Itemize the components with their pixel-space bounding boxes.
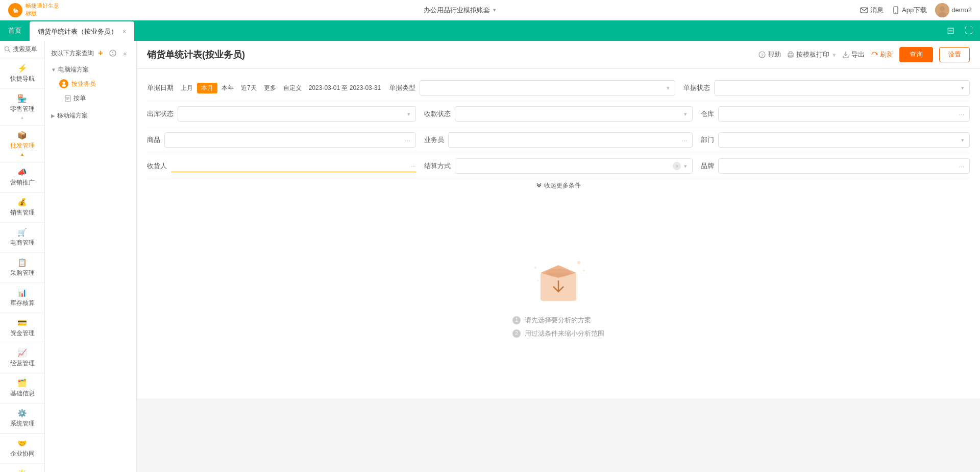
more-btn[interactable]: 更多 <box>261 83 279 93</box>
svg-text:?: ? <box>761 53 763 58</box>
export-icon <box>842 51 849 58</box>
payment-select[interactable]: × ▾ <box>455 158 693 174</box>
this-month-btn[interactable]: 本月 <box>197 83 217 93</box>
quick-nav-icon: ⚡ <box>17 63 28 73</box>
sidebar-item-wholesale[interactable]: 📦 批发管理 ▲ <box>0 126 44 162</box>
last-month-btn[interactable]: 上月 <box>178 83 196 93</box>
consignee-dots: ··· <box>411 162 416 170</box>
warehouse-input[interactable]: ··· <box>718 106 970 122</box>
sidebar-item-basic[interactable]: 🗂️ 基础信息 <box>0 373 44 404</box>
custom-btn[interactable]: 自定义 <box>280 83 305 93</box>
this-year-btn[interactable]: 本年 <box>218 83 237 93</box>
receipt-status-arrow-icon: ▾ <box>684 111 687 117</box>
consignee-text-input[interactable] <box>171 162 411 170</box>
tab-minimize-btn[interactable]: ⊟ <box>943 23 958 38</box>
sidebar-item-finance[interactable]: 💳 资金管理 <box>0 313 44 343</box>
empty-step-1: 1 请先选择要分析的方案 <box>512 314 604 327</box>
export-label: 导出 <box>851 50 865 59</box>
receipt-status-select[interactable]: ▾ <box>455 106 693 122</box>
collapse-label: 收起更多条件 <box>544 181 581 190</box>
sidebar-item-newbie[interactable]: 🌟 新手引导 <box>0 464 44 472</box>
date-label: 单据日期 <box>147 83 174 92</box>
brand-dots: ··· <box>959 162 964 170</box>
main-content: 销货单统计表(按业务员) ? 帮助 <box>137 41 980 472</box>
collapse-row: 收起更多条件 <box>147 178 970 194</box>
sidebar: 搜索菜单 ⚡ 快捷导航 🏪 零售管理 ▲ 📦 批发管理 ▲ 📣 营销推广 💰 销… <box>0 41 45 472</box>
app-download-action[interactable]: App下载 <box>892 6 927 15</box>
sidebar-operations-label: 经营管理 <box>10 359 35 368</box>
goods-input[interactable]: ··· <box>164 132 416 148</box>
edit-icon <box>109 50 116 57</box>
salesperson-input[interactable]: ··· <box>448 132 693 148</box>
sidebar-item-inventory[interactable]: 📊 库存核算 <box>0 283 44 313</box>
payment-clear-btn[interactable]: × <box>673 162 681 170</box>
tab-close-btn[interactable]: × <box>122 28 126 35</box>
message-label: 消息 <box>870 6 884 15</box>
sidebar-item-system[interactable]: ⚙️ 系统管理 <box>0 404 44 434</box>
sidebar-basic-label: 基础信息 <box>10 389 35 398</box>
settings-btn[interactable]: 设置 <box>939 47 970 62</box>
sidebar-finance-label: 资金管理 <box>10 329 35 338</box>
sidebar-item-retail[interactable]: 🏪 零售管理 ▲ <box>0 89 44 126</box>
sidebar-purchase-label: 采购管理 <box>10 269 35 277</box>
logo-area[interactable]: 畅 畅捷通好生意 标版 <box>8 3 59 17</box>
dept-cell: 部门 ▾ <box>701 132 970 148</box>
sidebar-wholesale-label: 批发管理 <box>10 141 35 150</box>
consignee-input[interactable]: ··· <box>171 160 416 172</box>
dept-select[interactable]: ▾ <box>718 132 970 148</box>
refresh-btn[interactable]: 刷新 <box>871 50 893 59</box>
help-btn[interactable]: ? 帮助 <box>758 50 781 59</box>
page-header-actions: ? 帮助 按模板打印 ▾ <box>758 47 970 62</box>
salesperson-dots: ··· <box>681 136 687 144</box>
retail-icon: 🏪 <box>17 94 27 103</box>
title-dropdown-icon[interactable]: ▾ <box>493 7 496 13</box>
app-title-area[interactable]: 办公用品行业模拟账套 ▾ <box>424 6 496 15</box>
desktop-group-label: 电脑端方案 <box>58 65 89 74</box>
scheme-by-salesperson[interactable]: 按业务员 <box>45 76 136 91</box>
goods-dots: ··· <box>405 136 410 144</box>
user-area[interactable]: demo2 <box>935 3 972 17</box>
sidebar-quick-nav[interactable]: ⚡ 快捷导航 <box>0 58 44 89</box>
query-btn[interactable]: 查询 <box>899 47 933 62</box>
add-scheme-btn[interactable]: + <box>95 48 106 58</box>
search-menu[interactable]: 搜索菜单 <box>0 41 44 58</box>
sidebar-item-purchase[interactable]: 📋 采购管理 <box>0 253 44 283</box>
filter-area: 单据日期 上月 本月 本年 近7天 更多 自定义 2023-03-01 至 20… <box>137 69 980 194</box>
last7days-btn[interactable]: 近7天 <box>238 83 260 93</box>
scheme-by-order[interactable]: 按单 <box>45 91 136 105</box>
collapse-btn[interactable]: 收起更多条件 <box>536 181 581 190</box>
tab-maximize-btn[interactable]: ⛶ <box>962 23 976 38</box>
doc-type-select[interactable]: ▾ <box>420 80 675 96</box>
tab-home[interactable]: 首页 <box>0 20 30 41</box>
scheme-order-label: 按单 <box>74 94 86 103</box>
out-status-select[interactable]: ▾ <box>178 106 416 122</box>
doc-status-select[interactable]: ▾ <box>714 80 970 96</box>
tab-active[interactable]: 销货单统计表（按业务员） × <box>30 21 134 42</box>
refresh-label: 刷新 <box>880 50 893 59</box>
edit-scheme-btn[interactable] <box>108 48 118 58</box>
svg-point-28 <box>583 269 585 271</box>
mobile-group-header[interactable]: ▶ 移动端方案 <box>45 109 136 122</box>
sidebar-item-enterprise[interactable]: 🤝 企业协同 <box>0 434 44 464</box>
export-btn[interactable]: 导出 <box>842 50 865 59</box>
sidebar-item-sales[interactable]: 💰 销售管理 <box>0 193 44 223</box>
out-status-arrow-icon: ▾ <box>407 111 410 117</box>
brand-input[interactable]: ··· <box>718 158 970 174</box>
dept-arrow-icon: ▾ <box>961 137 964 144</box>
system-icon: ⚙️ <box>17 409 27 418</box>
print-btn[interactable]: 按模板打印 ▾ <box>787 50 836 59</box>
svg-point-30 <box>537 280 539 281</box>
sidebar-item-marketing[interactable]: 📣 营销推广 <box>0 162 44 193</box>
newbie-icon: 🌟 <box>17 469 27 472</box>
avatar <box>935 3 949 17</box>
sidebar-item-operations[interactable]: 📈 经营管理 <box>0 343 44 373</box>
inventory-icon: 📊 <box>17 288 27 297</box>
svg-point-26 <box>546 269 571 277</box>
sidebar-ecommerce-label: 电商管理 <box>10 239 35 247</box>
desktop-group-header[interactable]: ▼ 电脑端方案 <box>45 63 136 76</box>
collapse-panel-btn[interactable]: « <box>120 48 130 58</box>
sidebar-item-ecommerce[interactable]: 🛒 电商管理 <box>0 223 44 253</box>
wholesale-icon: 📦 <box>17 131 27 140</box>
mobile-icon <box>892 6 900 14</box>
message-action[interactable]: 消息 <box>860 6 884 15</box>
